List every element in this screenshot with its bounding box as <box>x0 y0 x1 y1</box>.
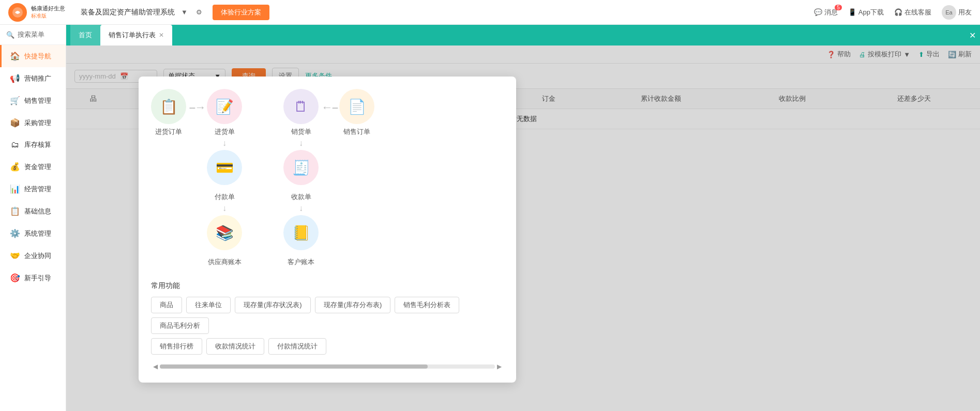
message-badge: 5 <box>835 5 842 10</box>
func-buttons-row2: 销售排行榜 收款情况统计 付款情况统计 <box>151 338 504 355</box>
sidebar-item-marketing[interactable]: 📢 营销推广 <box>0 67 66 89</box>
flow-node-customer-ledger[interactable]: 📒 客户账本 <box>283 215 319 267</box>
tab-home[interactable]: 首页 <box>70 25 100 45</box>
sales-icon: 🛒 <box>10 96 20 105</box>
sidebar-item-sales[interactable]: 🛒 销售管理 <box>0 89 66 112</box>
sidebar-item-finance[interactable]: 💰 资金管理 <box>0 156 66 178</box>
sidebar-item-newbie[interactable]: 🎯 新手引导 <box>0 267 66 289</box>
payment-icon: 💳 <box>216 159 234 176</box>
func-btn-sales-profit[interactable]: 销售毛利分析表 <box>395 297 459 313</box>
user-label: 用友 <box>958 8 972 17</box>
sidebar-item-enterprise[interactable]: 🤝 企业协同 <box>0 245 66 267</box>
logo-main-text: 畅康通好生意 <box>31 5 65 12</box>
flow-node-receipt[interactable]: 🧾 收款单 <box>283 150 319 202</box>
finance-label: 资金管理 <box>24 162 51 172</box>
scrollbar-thumb <box>160 364 428 369</box>
page-content: ❓ 帮助 🖨 按模板打印 ▼ ⬆ 导出 🔄 刷新 <box>66 45 980 411</box>
flow-node-payment[interactable]: 💳 付款单 <box>207 150 242 202</box>
app-download-item[interactable]: 📱 App下载 <box>848 8 884 17</box>
home-tab-label: 首页 <box>79 31 92 40</box>
arrow-down-rec: ↓ <box>299 202 303 215</box>
gear-icon[interactable]: ⚙ <box>196 8 202 16</box>
purchase-bill-icon: 📝 <box>216 98 234 115</box>
func-btn-partner[interactable]: 往来单位 <box>186 297 231 313</box>
sidebar-item-inventory[interactable]: 🗂 库存核算 <box>0 134 66 156</box>
sales-bill-circle: 🗒 <box>283 89 319 124</box>
supplier-ledger-circle: 📚 <box>207 215 242 250</box>
func-btn-stock-dist[interactable]: 现存量(库存分布表) <box>315 297 391 313</box>
modal-scrollbar: ◀ ▶ <box>151 363 504 370</box>
tab-close-icon[interactable]: ✕ <box>159 32 164 39</box>
service-icon: 🎧 <box>894 8 902 16</box>
online-service-label: 在线客服 <box>904 8 931 17</box>
sidebar-item-operation[interactable]: 📊 经营管理 <box>0 178 66 200</box>
tab-sales-order[interactable]: 销售订单执行表 ✕ <box>100 25 172 45</box>
receipt-label: 收款单 <box>291 189 311 202</box>
purchase-bill-circle: 📝 <box>207 89 242 124</box>
flow-node-supplier-ledger[interactable]: 📚 供应商账本 <box>207 215 242 267</box>
sales-order-circle: 📄 <box>339 89 374 124</box>
arrow-down-pay: ↓ <box>222 202 227 215</box>
message-icon: 💬 <box>814 8 822 16</box>
basic-info-label: 基础信息 <box>24 207 51 216</box>
supplier-ledger-label: 供应商账本 <box>208 254 242 267</box>
sidebar-item-purchase[interactable]: 📦 采购管理 <box>0 112 66 134</box>
scrollbar-left-arrow[interactable]: ◀ <box>151 363 160 370</box>
flow-node-purchase-bill[interactable]: 📝 <box>207 89 242 124</box>
customer-ledger-circle: 📒 <box>283 215 319 250</box>
sales-bill-icon: 🗒 <box>294 98 308 115</box>
marketing-icon: 📢 <box>10 73 20 83</box>
system-title: 装备及固定资产辅助管理系统 <box>81 8 175 17</box>
dropdown-icon[interactable]: ▼ <box>181 8 188 16</box>
func-btn-product[interactable]: 商品 <box>151 297 182 313</box>
func-btn-product-profit[interactable]: 商品毛利分析 <box>151 317 209 334</box>
app-download-label: App下载 <box>858 8 884 17</box>
scrollbar-right-arrow[interactable]: ▶ <box>495 363 504 370</box>
sidebar-item-system[interactable]: ⚙️ 系统管理 <box>0 222 66 245</box>
arrow-down-sb: ↓ <box>299 136 303 150</box>
func-btn-stock-status[interactable]: 现存量(库存状况表) <box>235 297 311 313</box>
modal-overlay: 📋 - - → 📝 <box>66 45 980 411</box>
supplier-ledger-icon: 📚 <box>216 224 234 241</box>
main-body: 🔍 搜索菜单 🏠 快捷导航 📢 营销推广 🛒 销售管理 📦 采购管理 🗂 <box>0 25 980 411</box>
sidebar-item-quick-nav[interactable]: 🏠 快捷导航 <box>0 45 66 67</box>
flow-node-sales-bill[interactable]: 🗒 <box>283 89 319 124</box>
payment-circle: 💳 <box>207 150 242 185</box>
message-item[interactable]: 💬 消息 5 <box>814 8 838 17</box>
basic-info-icon: 📋 <box>10 206 20 216</box>
arrow-sb-so: ← - - <box>319 99 339 114</box>
trial-button[interactable]: 体验行业方案 <box>213 5 269 20</box>
system-label: 系统管理 <box>24 229 51 238</box>
flow-node-purchase-order[interactable]: 📋 <box>151 89 186 124</box>
sales-bill-label: 销货单 <box>291 124 311 136</box>
arrow-po-pb: - - → <box>186 99 207 114</box>
purchase-label: 采购管理 <box>24 118 51 128</box>
tab-bar-close-icon[interactable]: ✕ <box>969 31 976 40</box>
sidebar: 🔍 搜索菜单 🏠 快捷导航 📢 营销推广 🛒 销售管理 📦 采购管理 🗂 <box>0 25 66 411</box>
func-btn-sales-rank[interactable]: 销售排行榜 <box>151 338 202 355</box>
purchase-order-circle: 📋 <box>151 89 186 124</box>
purchase-bill-label: 进货单 <box>215 124 235 136</box>
purchase-icon: 📦 <box>10 118 20 128</box>
enterprise-label: 企业协同 <box>24 251 51 261</box>
logo-area: 畅康通好生意 标准版 <box>8 3 70 22</box>
top-header: 畅康通好生意 标准版 装备及固定资产辅助管理系统 ▼ ⚙ 体验行业方案 💬 消息… <box>0 0 980 25</box>
purchase-order-label: 进货订单 <box>155 124 182 136</box>
logo-sub-text: 标准版 <box>31 12 65 20</box>
func-btn-receipt-stats[interactable]: 收款情况统计 <box>206 338 264 355</box>
func-buttons: 商品 往来单位 现存量(库存状况表) 现存量(库存分布表) 销售毛利分析表 商品… <box>151 297 504 334</box>
receipt-icon: 🧾 <box>292 159 310 176</box>
flow-node-sales-order[interactable]: 📄 <box>339 89 374 124</box>
online-service-item[interactable]: 🎧 在线客服 <box>894 8 931 17</box>
logo-icon <box>8 3 27 22</box>
sales-label: 销售管理 <box>24 96 51 105</box>
sidebar-search[interactable]: 🔍 搜索菜单 <box>0 25 66 45</box>
sidebar-item-basic-info[interactable]: 📋 基础信息 <box>0 200 66 222</box>
user-item[interactable]: Ea 用友 <box>942 5 972 20</box>
newbie-icon: 🎯 <box>10 273 20 283</box>
scrollbar-track[interactable] <box>160 364 495 369</box>
search-label: 搜索菜单 <box>18 30 44 39</box>
modal-box: 📋 - - → 📝 <box>139 77 516 383</box>
sales-order-icon: 📄 <box>348 98 366 115</box>
func-btn-payment-stats[interactable]: 付款情况统计 <box>268 338 326 355</box>
